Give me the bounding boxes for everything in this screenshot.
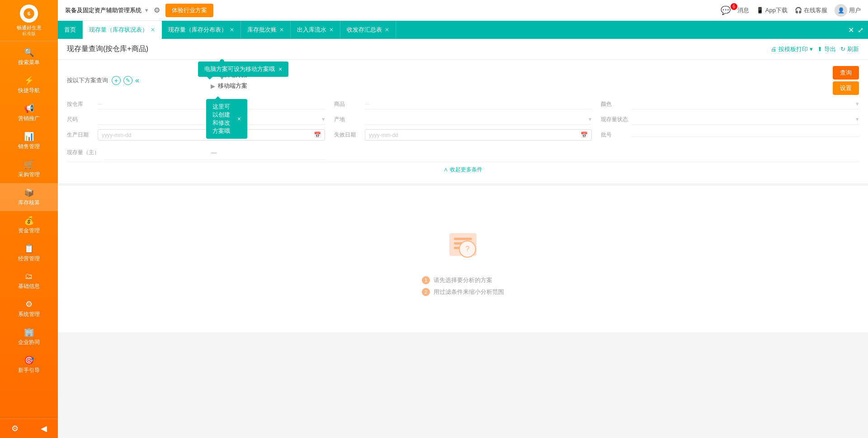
tab-inventory-status[interactable]: 现存量（库存状况表） ✕ xyxy=(83,21,162,39)
sidebar-item-purchase[interactable]: 🛒 采购管理 xyxy=(0,155,58,183)
stock-status-select-wrap[interactable]: ▾ xyxy=(632,114,859,125)
topbar-settings-icon[interactable]: ⚙ xyxy=(154,6,160,14)
filter-production-date: 生产日期 yyyy-mm-dd 📅 xyxy=(67,129,325,141)
topbar-support[interactable]: 🎧 在线客服 xyxy=(795,6,827,14)
sidebar-item-basics[interactable]: 🗂 基础信息 xyxy=(0,267,58,295)
batch-no-input[interactable] xyxy=(632,133,859,137)
reset-button[interactable]: 设置 xyxy=(833,81,859,95)
tab-inventory-status-label: 现存量（库存状况表） xyxy=(89,26,148,34)
avatar: 👤 xyxy=(835,4,847,17)
sidebar-item-label: 新手引导 xyxy=(18,367,40,374)
tab-collect-summary-close[interactable]: ✕ xyxy=(385,27,389,33)
step1-num: 1 xyxy=(422,276,430,284)
chevron-down-icon: ▾ xyxy=(145,7,148,14)
sidebar-item-operations[interactable]: 📋 经营管理 xyxy=(0,239,58,267)
print-button[interactable]: 🖨 按模板打印 ▾ xyxy=(771,45,813,53)
settings-bottom-icon[interactable]: ⚙ xyxy=(11,424,19,433)
tooltip1-close[interactable]: × xyxy=(278,66,282,73)
collapse-sidebar-icon[interactable]: ◀ xyxy=(41,424,47,433)
sidebar-item-search[interactable]: 🔍 搜索菜单 xyxy=(0,43,58,71)
tab-expand-icon[interactable]: ⤢ xyxy=(858,26,863,34)
filter-grid-row4: 现存量（主） — xyxy=(67,145,859,160)
stock-status-label: 现存量状态 xyxy=(601,116,628,123)
logo-badge: 标准版 xyxy=(22,31,36,37)
tab-home-label: 首页 xyxy=(64,26,76,34)
empty-step1: 1 请先选择要分析的方案 xyxy=(422,276,504,284)
arrow-left-icon[interactable]: « xyxy=(135,76,139,85)
tab-collect-summary-label: 收发存汇总表 xyxy=(347,26,382,34)
goods-input-wrap[interactable]: ··· xyxy=(365,99,592,109)
filter-origin: 产地 ▾ xyxy=(334,114,592,125)
tab-batch-account[interactable]: 库存批次账 ✕ xyxy=(241,21,291,39)
tab-batch-account-close[interactable]: ✕ xyxy=(279,27,284,33)
color-select-wrap[interactable]: ▾ xyxy=(632,99,859,109)
support-icon: 🎧 xyxy=(795,7,802,14)
tooltip2-close[interactable]: × xyxy=(237,115,241,122)
sidebar-item-shortcut[interactable]: ⚡ 快捷导航 xyxy=(0,71,58,99)
system-title-select[interactable]: 装备及固定资产辅助管理系统 ▾ xyxy=(65,6,148,14)
expiry-date-input[interactable]: yyyy-mm-dd 📅 xyxy=(365,129,592,141)
step2-text: 用过滤条件来缩小分析范围 xyxy=(434,288,504,296)
sidebar-item-label: 搜索菜单 xyxy=(18,59,40,66)
sidebar-item-inventory[interactable]: 📦 库存核算 xyxy=(0,183,58,211)
sidebar-item-system[interactable]: ⚙ 系统管理 xyxy=(0,295,58,323)
empty-steps: 1 请先选择要分析的方案 2 用过滤条件来缩小分析范围 xyxy=(422,276,504,296)
search-button[interactable]: 查询 xyxy=(833,66,859,80)
print-arrow-icon: ▾ xyxy=(810,46,813,52)
mobile-scheme-item[interactable]: ▶ 移动端方案 xyxy=(211,82,247,90)
tab-in-out-flow-label: 出入库流水 xyxy=(297,26,326,34)
sidebar-item-label: 基础信息 xyxy=(18,283,40,290)
sidebar-item-label: 快捷导航 xyxy=(18,87,40,94)
page-header: 现存量查询(按仓库+商品) 🖨 按模板打印 ▾ ⬆ 导出 ↻ 刷新 xyxy=(58,39,868,60)
stock-main-range: — xyxy=(103,145,325,160)
svg-rect-3 xyxy=(454,238,472,240)
origin-select-wrap[interactable]: ▾ xyxy=(365,114,592,125)
goods-label: 商品 xyxy=(334,100,361,108)
tooltip2-text: 这里可以创建和修改方案哦 xyxy=(212,103,234,135)
tab-collect-summary[interactable]: 收发存汇总表 ✕ xyxy=(340,21,396,39)
sidebar-item-label: 采购管理 xyxy=(18,171,40,179)
connector-dot xyxy=(220,59,224,64)
mobile-scheme-arrow: ▶ xyxy=(211,83,215,89)
origin-label: 产地 xyxy=(334,116,361,123)
svg-text:6: 6 xyxy=(28,10,31,16)
stock-main-min-input[interactable] xyxy=(103,147,208,158)
stock-status-chevron-icon: ▾ xyxy=(856,116,859,122)
collapse-bar[interactable]: ∧ 收起更多条件 xyxy=(67,162,859,177)
size-label: 尺码 xyxy=(67,116,94,123)
tab-inventory-dist[interactable]: 现存量（库存分布表） ✕ xyxy=(162,21,241,39)
tab-close-all-icon[interactable]: ✕ xyxy=(848,26,854,34)
print-icon: 🖨 xyxy=(771,46,777,52)
finance-icon: 💰 xyxy=(24,216,34,226)
search-btn-group: 查询 设置 xyxy=(833,66,859,95)
topbar-message[interactable]: 💬 6 消息 xyxy=(721,5,749,15)
topbar: 装备及固定资产辅助管理系统 ▾ ⚙ 体验行业方案 💬 6 消息 📱 App下载 … xyxy=(58,0,868,21)
tab-home[interactable]: 首页 xyxy=(58,21,83,39)
tab-in-out-flow[interactable]: 出入库流水 ✕ xyxy=(291,21,340,39)
sidebar-item-enterprise[interactable]: 🏢 企业协同 xyxy=(0,323,58,351)
stock-main-max-input[interactable] xyxy=(221,147,325,158)
tab-inventory-dist-label: 现存量（库存分布表） xyxy=(168,26,227,34)
operations-icon: 📋 xyxy=(24,244,34,254)
sidebar-item-marketing[interactable]: 📢 营销推广 xyxy=(0,99,58,127)
refresh-button[interactable]: ↻ 刷新 xyxy=(840,45,859,53)
sidebar-item-sales[interactable]: 📊 销售管理 xyxy=(0,127,58,155)
topbar-user[interactable]: 👤 用户 xyxy=(835,4,861,17)
sidebar-item-label: 企业协同 xyxy=(18,339,40,346)
export-button[interactable]: ⬆ 导出 xyxy=(817,45,836,53)
app-download-label: App下载 xyxy=(765,6,788,14)
tab-inventory-status-close[interactable]: ✕ xyxy=(151,27,155,33)
tab-in-out-flow-close[interactable]: ✕ xyxy=(329,27,334,33)
warehouse-label: 按仓库 xyxy=(67,100,94,108)
sidebar-item-finance[interactable]: 💰 资金管理 xyxy=(0,211,58,239)
solution-button[interactable]: 体验行业方案 xyxy=(165,4,213,17)
tab-inventory-dist-close[interactable]: ✕ xyxy=(230,27,234,33)
edit-scheme-icon[interactable]: ✎ xyxy=(123,76,132,85)
sidebar-item-guide[interactable]: 🎯 新手引导 xyxy=(0,351,58,379)
collapse-up-icon: ∧ xyxy=(443,166,448,173)
sidebar-item-label: 营销推广 xyxy=(18,115,40,122)
filter-stock-main: 现存量（主） — xyxy=(67,145,325,160)
topbar-app-download[interactable]: 📱 App下载 xyxy=(756,6,788,14)
system-icon: ⚙ xyxy=(25,299,33,309)
add-scheme-icon[interactable]: + xyxy=(112,76,121,85)
